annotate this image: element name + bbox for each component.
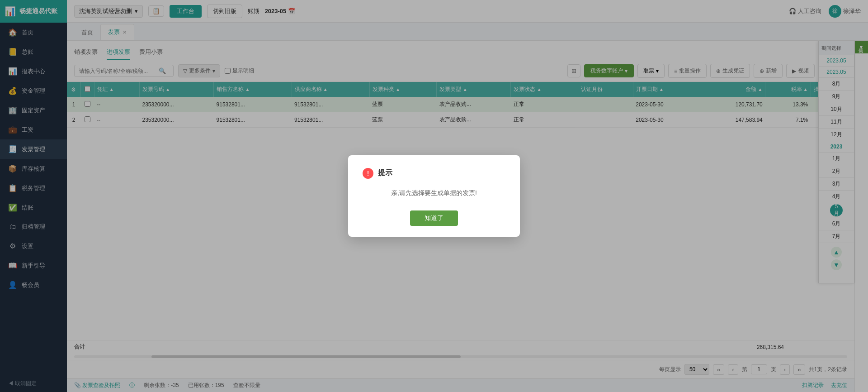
- dialog-footer: 知道了: [363, 210, 505, 226]
- dialog-title: ! 提示: [363, 168, 505, 179]
- dialog-message: 亲,请先选择要生成单据的发票!: [363, 188, 505, 198]
- modal-overlay[interactable]: ! 提示 亲,请先选择要生成单据的发票! 知道了: [0, 0, 868, 392]
- dialog-confirm-btn[interactable]: 知道了: [410, 210, 458, 226]
- warning-icon: !: [363, 168, 373, 179]
- dialog: ! 提示 亲,请先选择要生成单据的发票! 知道了: [348, 155, 520, 237]
